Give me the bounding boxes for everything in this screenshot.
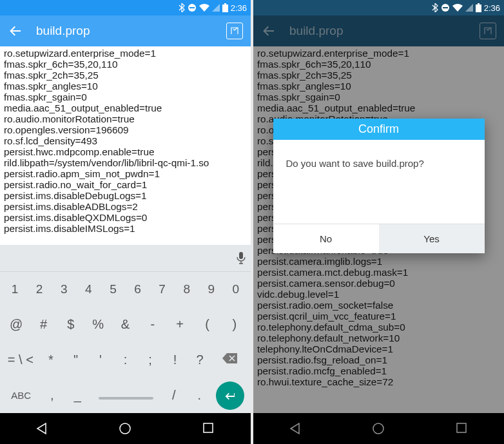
suggestion-bar — [0, 245, 251, 272]
key-;[interactable]: ; — [139, 346, 162, 374]
wifi-icon — [452, 4, 463, 12]
dialog-title: Confirm — [273, 119, 485, 140]
editor-content[interactable]: ro.setupwizard.enterprise_mode=1fmas.spk… — [0, 46, 251, 245]
svg-rect-3 — [222, 5, 228, 12]
signal-icon — [212, 4, 220, 12]
editor-line: rild.libpath=/system/vendor/lib/libril-q… — [4, 157, 247, 168]
editor-line: ro.audio.monitorRotation=true — [4, 113, 247, 124]
editor-line: persist.radio.no_wait_for_card=1 — [4, 179, 247, 190]
svg-rect-10 — [476, 5, 481, 12]
key-comma[interactable]: , — [41, 381, 63, 409]
key-![interactable]: ! — [164, 346, 186, 374]
key-enter[interactable] — [216, 381, 244, 410]
editor-line: persist.hwc.mdpcomp.enable=true — [4, 146, 247, 157]
kb-row-1: 1234567890 — [0, 272, 251, 307]
nav-home-icon[interactable] — [119, 422, 131, 435]
editor-line: fmas.spkr_2ch=35,25 — [4, 70, 247, 81]
key-9[interactable]: 9 — [200, 276, 222, 303]
key-&[interactable]: & — [113, 311, 137, 338]
key-7[interactable]: 7 — [151, 276, 173, 303]
svg-point-5 — [120, 423, 130, 434]
app-bar: build.prop — [0, 15, 251, 46]
key-%[interactable]: % — [86, 311, 110, 338]
key-0[interactable]: 0 — [225, 276, 247, 303]
key-4[interactable]: 4 — [77, 276, 99, 303]
key-"[interactable]: " — [64, 346, 87, 374]
no-button[interactable]: No — [273, 224, 379, 253]
signal-icon — [465, 4, 473, 12]
key-([interactable]: ( — [195, 311, 219, 338]
wifi-icon — [199, 4, 209, 12]
svg-rect-2 — [224, 3, 226, 5]
key-5[interactable]: 5 — [102, 276, 124, 303]
key-backspace[interactable] — [213, 346, 247, 374]
status-time: 2:36 — [484, 3, 500, 13]
appbar-title: build.prop — [36, 24, 226, 38]
nav-recents-icon[interactable] — [202, 422, 215, 435]
key-abc[interactable]: ABC — [4, 383, 38, 407]
kb-row-4: ABC , _ / . — [0, 378, 251, 413]
confirm-dialog: Confirm Do you want to save build.prop? … — [273, 119, 485, 253]
editor-line: fmas.spkr_angles=10 — [4, 81, 247, 92]
editor-line: ro.setupwizard.enterprise_mode=1 — [4, 48, 247, 59]
key-@[interactable]: @ — [4, 311, 28, 338]
bluetooth-icon — [432, 3, 438, 12]
keyboard: 1234567890 @#$%&-+() = \ < *"':;!? ABC ,… — [0, 245, 251, 413]
editor-line: persist.ims.disableDebugLogs=1 — [4, 190, 247, 201]
status-time: 2:36 — [231, 3, 247, 13]
key-1[interactable]: 1 — [4, 276, 26, 303]
key-3[interactable]: 3 — [53, 276, 75, 303]
status-bar: 2:36 — [253, 0, 504, 15]
key-6[interactable]: 6 — [126, 276, 148, 303]
status-bar: 2:36 — [0, 0, 251, 15]
key-2[interactable]: 2 — [28, 276, 50, 303]
dnd-icon — [188, 3, 197, 12]
svg-rect-1 — [189, 7, 195, 8]
editor-line: ro.sf.lcd_density=493 — [4, 135, 247, 146]
key-+[interactable]: + — [168, 311, 192, 338]
kb-row-3: = \ < *"':;!? — [0, 342, 251, 378]
key-#[interactable]: # — [31, 311, 55, 338]
bluetooth-icon — [179, 3, 185, 12]
nav-back-icon[interactable] — [35, 422, 48, 435]
modal-overlay: Confirm Do you want to save build.prop? … — [253, 15, 504, 444]
key-$[interactable]: $ — [59, 311, 83, 338]
editor-line: fmas.spkr_6ch=35,20,110 — [4, 59, 247, 70]
key-period[interactable]: . — [188, 381, 211, 409]
dialog-message: Do you want to save build.prop? — [273, 140, 485, 224]
editor-line: media.aac_51_output_enabled=true — [4, 102, 247, 113]
svg-rect-8 — [443, 7, 448, 8]
svg-rect-9 — [478, 3, 480, 5]
back-icon[interactable] — [8, 23, 23, 39]
key--[interactable]: - — [141, 311, 165, 338]
mic-icon[interactable] — [237, 252, 246, 265]
dialog-buttons: No Yes — [273, 224, 485, 253]
phone-right: 2:36 build.prop ro.setupwizard.enterpris… — [253, 0, 504, 444]
battery-icon — [476, 3, 481, 12]
yes-button[interactable]: Yes — [379, 224, 485, 253]
editor-line: fmas.spkr_sgain=0 — [4, 92, 247, 102]
svg-rect-4 — [239, 252, 243, 259]
nav-bar — [0, 413, 251, 444]
kb-row-2: @#$%&-+() — [0, 307, 251, 342]
editor-line: persist.ims.disableADBLogs=2 — [4, 201, 247, 212]
editor-line: persist.radio.apm_sim_not_pwdn=1 — [4, 168, 247, 179]
key-space[interactable] — [92, 385, 160, 406]
svg-rect-6 — [204, 423, 213, 432]
key-alt[interactable]: = \ < — [4, 346, 37, 374]
dnd-icon — [441, 3, 450, 12]
key-?[interactable]: ? — [189, 346, 211, 374]
key-)[interactable]: ) — [222, 311, 247, 338]
editor-line: persist.ims.disableIMSLogs=1 — [4, 223, 247, 234]
editor-line: persist.ims.disableQXDMLogs=0 — [4, 212, 247, 223]
battery-icon — [222, 3, 228, 12]
key-'[interactable]: ' — [90, 346, 112, 374]
phone-left: 2:36 build.prop ro.setupwizard.enterpris… — [0, 0, 251, 444]
save-icon[interactable] — [226, 23, 243, 39]
editor-line: ro.opengles.version=196609 — [4, 124, 247, 135]
key-*[interactable]: * — [40, 346, 63, 374]
key-slash[interactable]: / — [162, 381, 185, 409]
key-8[interactable]: 8 — [176, 276, 198, 303]
key-underscore[interactable]: _ — [66, 381, 89, 409]
key-:[interactable]: : — [114, 346, 137, 374]
